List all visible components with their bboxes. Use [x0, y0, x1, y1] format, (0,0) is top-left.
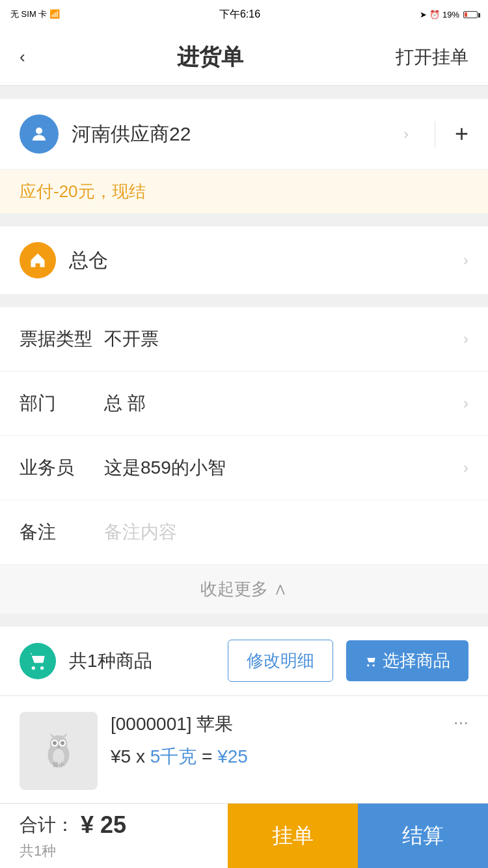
- balance-hint: 应付-20元，现结: [0, 170, 488, 213]
- form-section: 票据类型 不开票 › 部门 总 部 › 业务员 这是859的小智 › 备注 备注…: [0, 307, 488, 565]
- product-title: 苹果: [197, 714, 233, 734]
- battery-fill: [465, 12, 467, 17]
- products-header: 共1种商品 修改明细 选择商品: [0, 627, 488, 695]
- products-icon-bg: [20, 643, 56, 679]
- total-sub: 共1种: [20, 841, 208, 861]
- svg-text:督小: 督小: [53, 761, 64, 768]
- warehouse-section: 总仓 ›: [0, 226, 488, 294]
- collapse-label: 收起更多 ∧: [200, 578, 287, 601]
- svg-point-6: [61, 741, 64, 745]
- select-product-icon: [364, 655, 377, 668]
- remark-input[interactable]: 备注内容: [104, 520, 468, 545]
- product-owl-icon: 督小: [39, 731, 78, 770]
- edit-detail-button[interactable]: 修改明细: [228, 640, 333, 682]
- supplier-chevron-icon: ›: [403, 125, 409, 143]
- select-product-label: 选择商品: [383, 649, 450, 672]
- status-right: ➤ ⏰ 19%: [420, 10, 478, 20]
- status-time: 下午6:16: [219, 8, 260, 21]
- total-amount: ¥ 25: [81, 811, 126, 839]
- gap-2: [0, 213, 488, 226]
- product-name: [0000001] 苹果: [111, 712, 441, 737]
- warehouse-chevron-icon: ›: [463, 251, 468, 269]
- house-icon: [29, 251, 47, 269]
- supplier-section: 河南供应商22 › + 应付-20元，现结: [0, 99, 488, 213]
- department-row[interactable]: 部门 总 部 ›: [0, 372, 488, 436]
- invoice-type-label: 票据类型: [20, 327, 104, 351]
- invoice-type-value: 不开票: [104, 327, 463, 351]
- open-hang-button[interactable]: 打开挂单: [396, 45, 468, 70]
- status-left: 无 SIM 卡 ‪📶: [10, 8, 60, 20]
- add-supplier-button[interactable]: +: [455, 120, 468, 148]
- total-label: 合计：: [20, 813, 74, 837]
- gap-4: [0, 614, 488, 627]
- product-menu-button[interactable]: ···: [454, 712, 468, 733]
- supplier-row[interactable]: 河南供应商22 › +: [0, 99, 488, 170]
- product-price: ¥5 x 5千克 = ¥25: [111, 744, 441, 769]
- remark-row[interactable]: 备注 备注内容: [0, 500, 488, 565]
- location-icon: ➤: [420, 10, 427, 20]
- warehouse-name: 总仓: [69, 247, 463, 274]
- product-thumbnail: 督小: [20, 712, 98, 790]
- status-bar: 无 SIM 卡 ‪📶 下午6:16 ➤ ⏰ 19%: [0, 0, 488, 29]
- back-button[interactable]: ‹: [20, 47, 25, 67]
- person-icon: [29, 124, 49, 144]
- battery-icon: [463, 11, 478, 18]
- nav-bar: ‹ 进货单 打开挂单: [0, 29, 488, 86]
- total-main: 合计： ¥ 25: [20, 811, 208, 839]
- cart-icon: [27, 651, 48, 671]
- select-product-button[interactable]: 选择商品: [346, 640, 468, 681]
- hang-button[interactable]: 挂单: [228, 804, 358, 869]
- product-total-price: ¥25: [217, 746, 248, 766]
- checkout-button[interactable]: 结算: [358, 804, 488, 869]
- svg-point-0: [36, 128, 42, 134]
- salesperson-row[interactable]: 业务员 这是859的小智 ›: [0, 436, 488, 500]
- divider: [435, 121, 435, 147]
- invoice-type-row[interactable]: 票据类型 不开票 ›: [0, 307, 488, 372]
- product-unit-price: ¥5 x: [111, 746, 150, 766]
- alarm-icon: ⏰: [429, 10, 440, 20]
- salesperson-chevron-icon: ›: [463, 459, 468, 477]
- remark-label: 备注: [20, 520, 104, 545]
- battery-percent: 19%: [442, 10, 459, 20]
- supplier-name: 河南供应商22: [72, 121, 403, 148]
- department-chevron-icon: ›: [463, 394, 468, 413]
- page-title: 进货单: [177, 42, 243, 72]
- gap-3: [0, 294, 488, 307]
- department-value: 总 部: [104, 391, 463, 416]
- svg-point-5: [53, 741, 57, 745]
- bottom-bar: 合计： ¥ 25 共1种 挂单 结算: [0, 803, 488, 868]
- salesperson-value: 这是859的小智: [104, 455, 463, 480]
- warehouse-icon-bg: [20, 242, 56, 278]
- supplier-avatar: [20, 115, 59, 154]
- collapse-row[interactable]: 收起更多 ∧: [0, 565, 488, 614]
- gap-1: [0, 86, 488, 99]
- product-item: 督小 [0000001] 苹果 ¥5 x 5千克 = ¥25 ···: [0, 696, 488, 806]
- invoice-chevron-icon: ›: [463, 330, 468, 348]
- product-equals: =: [202, 746, 217, 766]
- total-section: 合计： ¥ 25 共1种: [0, 811, 228, 861]
- product-info: [0000001] 苹果 ¥5 x 5千克 = ¥25: [111, 712, 441, 769]
- department-label: 部门: [20, 391, 104, 416]
- product-count-label: 共1种商品: [69, 649, 215, 673]
- warehouse-row[interactable]: 总仓 ›: [0, 226, 488, 294]
- product-quantity: 5千克: [150, 746, 197, 766]
- salesperson-label: 业务员: [20, 455, 104, 480]
- product-code: [0000001]: [111, 714, 197, 734]
